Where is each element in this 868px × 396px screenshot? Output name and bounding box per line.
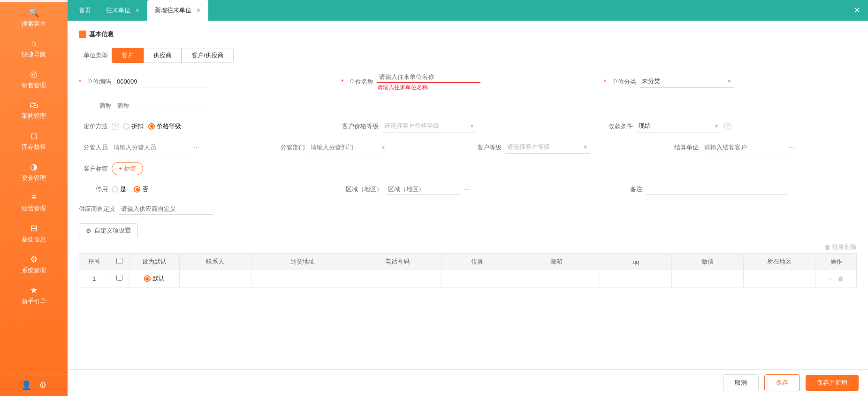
qq-input[interactable]: [617, 273, 655, 284]
save-button[interactable]: 保存: [764, 374, 800, 391]
pricing-method-hint[interactable]: ?: [112, 123, 119, 130]
delete-row-icon[interactable]: 🗑: [838, 275, 844, 282]
fax-input[interactable]: [458, 273, 496, 284]
pricing-discount-radio[interactable]: 折扣: [123, 122, 144, 131]
sidebar-bottom: 👤 ⚙: [0, 374, 68, 396]
note-field: 备注: [613, 184, 857, 195]
system-icon: ⚙: [30, 254, 38, 264]
custom-settings-button[interactable]: ⚙ 自定义项设置: [79, 223, 138, 238]
region-field: 区域（地区） ···: [346, 184, 589, 195]
address-input[interactable]: [274, 273, 331, 284]
tab-partners[interactable]: 往来单位 ✕: [99, 0, 147, 21]
sidebar-item-label: 库存核算: [22, 143, 46, 151]
col-address: 到货地址: [251, 254, 354, 270]
pricing-method-label: 定价方法: [79, 122, 112, 131]
short-name-field: 简称: [79, 100, 857, 111]
sidebar-item-basic[interactable]: ⊟ 基础信息: [0, 217, 68, 248]
batch-delete-label[interactable]: 批量删除: [832, 243, 857, 251]
main-area: 首页 往来单位 ✕ 新增往来单位 ✕ ✕ 基本信息 单位类型 客户 供应商 客户…: [68, 0, 868, 396]
home-icon: ⌂: [31, 39, 37, 48]
row-region-input[interactable]: [761, 273, 798, 284]
settlement-input[interactable]: [702, 142, 787, 153]
sidebar-item-label: 新手引导: [22, 297, 46, 306]
sidebar-item-inventory[interactable]: ◻ 库存核算: [0, 125, 68, 156]
unit-type-row: 单位类型 客户 供应商 客户/供应商: [79, 48, 857, 63]
disabled-yes-radio[interactable]: 是: [112, 185, 126, 194]
row-default-radio[interactable]: 默认: [132, 274, 176, 283]
sidebar-item-label: 快捷导航: [22, 50, 46, 59]
short-name-input[interactable]: [115, 100, 209, 111]
row-region: [744, 270, 815, 287]
cancel-button[interactable]: 取消: [723, 374, 759, 391]
user-icon[interactable]: 👤: [21, 380, 31, 390]
unit-code-input[interactable]: [115, 76, 209, 87]
supplier-custom-input[interactable]: [119, 203, 213, 215]
disabled-no-radio[interactable]: 否: [134, 185, 148, 194]
tag-add-button[interactable]: + 标签: [112, 162, 143, 175]
tab-partners-close[interactable]: ✕: [135, 7, 140, 14]
sidebar-item-sales[interactable]: ◎ 销售管理: [0, 63, 68, 94]
sidebar-item-newbie[interactable]: ★ 新手引导: [0, 280, 68, 311]
add-row-icon[interactable]: +: [829, 275, 832, 282]
sidebar-item-quicknav[interactable]: ⌂ 快捷导航: [0, 33, 68, 63]
note-label: 备注: [613, 185, 646, 194]
chevron-down-icon: ▼: [469, 123, 474, 129]
basic-icon: ⊟: [30, 223, 38, 233]
pricing-level-radio[interactable]: 价格等级: [148, 122, 181, 131]
section-title: 基本信息: [79, 30, 857, 39]
tag-field: 客户标签 + 标签: [79, 162, 857, 175]
sidebar-item-finance[interactable]: ◑ 资金管理: [0, 156, 68, 187]
unit-name-error: 请输入往来单位名称: [377, 84, 480, 92]
manager-input[interactable]: [112, 142, 191, 153]
unit-name-input[interactable]: [377, 71, 480, 83]
email-input[interactable]: [533, 273, 580, 284]
unit-btn-customer[interactable]: 客户: [112, 48, 144, 63]
sidebar-item-operations[interactable]: ≡ 经营管理: [0, 187, 68, 217]
unit-btn-both[interactable]: 客户/供应商: [182, 48, 234, 63]
payment-terms-select[interactable]: 现结 ▼: [637, 120, 721, 132]
unit-btn-supplier[interactable]: 供应商: [144, 48, 182, 63]
chevron-down-icon: ▼: [727, 78, 732, 84]
department-input[interactable]: [309, 142, 379, 153]
sidebar-item-purchase[interactable]: 🛍 采购管理: [0, 94, 68, 125]
sidebar-item-label: 销售管理: [22, 81, 46, 90]
row-checkbox: [109, 270, 129, 287]
select-all-checkbox[interactable]: [116, 258, 122, 264]
manager-dots[interactable]: ···: [191, 143, 201, 152]
manager-field: 分管人员 ···: [79, 142, 266, 153]
sidebar-item-system[interactable]: ⚙ 系统管理: [0, 248, 68, 280]
region-dots[interactable]: ···: [461, 185, 471, 194]
customer-level-select[interactable]: 请选择客户等级 ▼: [505, 141, 590, 154]
customer-level-field: 客户等级 请选择客户等级 ▼: [472, 141, 660, 154]
tab-new-partner-label: 新增往来单位: [155, 6, 191, 15]
manager-label: 分管人员: [79, 143, 112, 152]
row-contact: [179, 270, 251, 287]
settlement-dots[interactable]: ···: [787, 143, 797, 152]
row-email: [513, 270, 600, 287]
unit-name-label: 单位名称: [344, 78, 377, 86]
settings-icon[interactable]: ⚙: [39, 380, 46, 390]
wechat-input[interactable]: [689, 273, 726, 284]
note-input[interactable]: [646, 184, 787, 195]
tab-bar-close-all[interactable]: ✕: [850, 3, 864, 17]
tab-new-partner-close[interactable]: ✕: [196, 7, 201, 14]
unit-category-select[interactable]: 未分类 ▼: [640, 75, 734, 88]
row-check[interactable]: [116, 275, 122, 281]
customer-price-field: 客户价格等级 请选择客户价格等级 ▼: [341, 120, 594, 132]
unit-category-field: * 单位分类 未分类 ▼: [604, 75, 857, 88]
row-wechat: [672, 270, 744, 287]
disabled-radio-group: 是 否: [112, 185, 148, 194]
contact-input[interactable]: [197, 273, 234, 284]
region-input[interactable]: [386, 184, 461, 195]
tag-add-label: + 标签: [119, 164, 136, 173]
save-new-button[interactable]: 保存并新增: [806, 375, 859, 391]
tab-new-partner[interactable]: 新增往来单位 ✕: [147, 0, 208, 21]
phone-input[interactable]: [374, 273, 421, 284]
search-icon: 🔍: [29, 8, 39, 18]
customer-price-select[interactable]: 请选择客户价格等级 ▼: [382, 120, 476, 132]
tab-home[interactable]: 首页: [71, 0, 99, 21]
row-phone: [354, 270, 441, 287]
sidebar-item-search[interactable]: 🔍 搜索菜单: [0, 2, 68, 33]
payment-terms-hint[interactable]: ?: [724, 123, 731, 130]
custom-settings-label: 自定义项设置: [94, 226, 131, 235]
